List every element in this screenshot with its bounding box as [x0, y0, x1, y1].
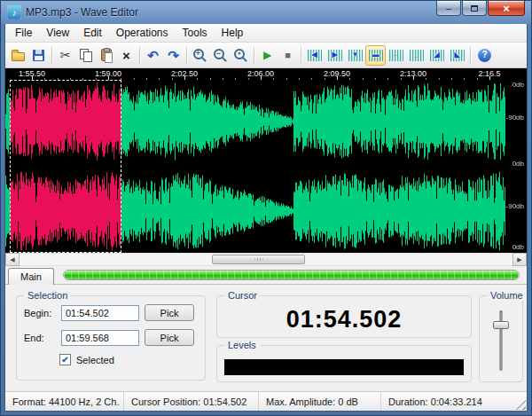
copy-icon	[80, 49, 92, 61]
selected-checkbox[interactable]: ✔	[59, 354, 71, 365]
menu-help[interactable]: Help	[215, 25, 251, 41]
timeline-ruler[interactable]: 1:55.501:59.002:02.502:06.002:09.502:13.…	[5, 68, 505, 80]
status-item: Duration: 0:04:33.214	[381, 392, 527, 411]
check-icon: ✔	[61, 355, 68, 365]
toolbar-separator	[301, 47, 301, 64]
volume-slider-track[interactable]	[500, 310, 503, 371]
menu-file[interactable]: File	[8, 25, 39, 41]
menu-view[interactable]: View	[39, 25, 76, 41]
selection-group-label: Selection	[24, 290, 71, 301]
snap-selection-left-button[interactable]: ◀	[304, 45, 325, 66]
volume-slider-thumb[interactable]	[493, 321, 509, 329]
silence-selection-icon: _	[410, 50, 424, 61]
close-button[interactable]: ×	[488, 1, 525, 16]
scroll-right-icon: ▶	[517, 256, 521, 263]
redo-icon: ↷	[168, 49, 179, 62]
end-label: End:	[24, 333, 56, 343]
fade-in-button[interactable]: ◢	[426, 45, 447, 66]
app-icon: ♪	[7, 5, 21, 20]
toolbar-separator	[51, 47, 52, 64]
progress-bar	[63, 270, 520, 280]
trim-selection-button[interactable]: ↔	[386, 45, 406, 66]
minimize-icon: –	[446, 4, 451, 13]
cut-button[interactable]: ✂	[55, 45, 75, 66]
snap-selection-right-icon: ▶	[328, 50, 342, 61]
save-button[interactable]	[28, 45, 49, 66]
close-icon: ×	[503, 2, 510, 15]
scroll-left-button[interactable]: ◀	[5, 253, 20, 266]
selection-overlay[interactable]	[10, 80, 121, 253]
help-button[interactable]: ?	[473, 45, 494, 66]
end-input[interactable]	[61, 330, 139, 346]
zoom-selection-button[interactable]: ▪	[231, 45, 251, 66]
select-view-icon: ▬	[369, 50, 383, 61]
window-controls: – ×	[436, 1, 525, 16]
stop-icon: ■	[285, 51, 291, 60]
trim-selection-icon: ↔	[389, 50, 403, 61]
selected-checkbox-label: Selected	[76, 355, 114, 365]
fade-out-button[interactable]: ◣	[447, 45, 467, 66]
paste-icon	[101, 49, 112, 61]
scroll-left-icon: ◀	[10, 256, 14, 263]
toolbar-separator	[186, 47, 187, 64]
window-title: MP3.mp3 - Wave Editor	[26, 6, 138, 19]
paste-button[interactable]	[96, 45, 116, 66]
save-icon	[33, 50, 44, 61]
begin-label: Begin:	[24, 308, 56, 318]
stop-button[interactable]: ■	[278, 45, 298, 66]
menu-edit[interactable]: Edit	[76, 25, 109, 41]
zoom-in-button[interactable]: +	[190, 45, 210, 66]
app-icon-glyph: ♪	[12, 8, 17, 18]
levels-group: Levels	[216, 345, 472, 382]
toolbar-separator	[470, 47, 471, 64]
db-label: 0db	[512, 81, 524, 89]
waveform-panel: 1:55.501:59.002:02.502:06.002:09.502:13.…	[5, 68, 527, 253]
zoom-out-icon: −	[214, 49, 224, 59]
cut-icon: ✂	[60, 49, 71, 61]
play-button[interactable]: ▶	[257, 45, 278, 66]
fade-out-icon: ◣	[450, 50, 465, 61]
help-icon: ?	[478, 49, 491, 62]
silence-selection-button[interactable]: _	[406, 45, 426, 66]
delete-icon: ×	[122, 49, 130, 62]
begin-input[interactable]	[61, 305, 139, 321]
app-window: ♪ MP3.mp3 - Wave Editor – × FileViewEdit…	[0, 0, 532, 416]
horizontal-scrollbar[interactable]: ◀ ▶	[5, 253, 527, 266]
scroll-right-button[interactable]: ▶	[512, 253, 527, 266]
scrollbar-track[interactable]	[20, 253, 512, 266]
menu-tools[interactable]: Tools	[176, 25, 215, 41]
db-scale: 0db-90db0db-90db0db	[504, 80, 527, 253]
undo-icon: ↶	[147, 49, 159, 62]
status-item: Cursor Position: 01:54.502	[124, 392, 259, 411]
menu-operations[interactable]: Operations	[109, 25, 176, 41]
status-bar: Format: 44100 Hz, 2 Ch.Cursor Position: …	[5, 391, 527, 411]
fade-in-icon: ◢	[430, 50, 444, 61]
center-on-cursor-button[interactable]: ▼	[345, 45, 365, 66]
zoom-selection-icon: ▪	[234, 49, 245, 59]
title-bar: ♪ MP3.mp3 - Wave Editor – ×	[4, 1, 528, 24]
minimize-button[interactable]: –	[436, 1, 461, 16]
cursor-group-label: Cursor	[224, 290, 261, 301]
select-view-button[interactable]: ▬	[365, 45, 386, 66]
maximize-icon	[471, 5, 478, 12]
snap-selection-left-icon: ◀	[308, 50, 322, 61]
open-button[interactable]	[8, 45, 28, 66]
end-pick-button[interactable]: Pick	[145, 329, 194, 346]
snap-selection-right-button[interactable]: ▶	[325, 45, 345, 66]
toolbar-separator	[254, 47, 254, 64]
status-item: Max. Amplitude: 0 dB	[259, 392, 381, 411]
zoom-out-button[interactable]: −	[210, 45, 231, 66]
delete-button[interactable]: ×	[116, 45, 137, 66]
control-panel: Selection Begin: Pick End: Pick ✔ Select…	[5, 285, 527, 391]
undo-button[interactable]: ↶	[143, 45, 163, 66]
tab-main[interactable]: Main	[8, 268, 54, 285]
redo-button[interactable]: ↷	[163, 45, 184, 66]
scrollbar-thumb[interactable]	[212, 255, 306, 264]
copy-button[interactable]	[75, 45, 96, 66]
status-item: Format: 44100 Hz, 2 Ch.	[5, 392, 124, 411]
levels-group-label: Levels	[224, 340, 260, 350]
begin-pick-button[interactable]: Pick	[145, 304, 194, 321]
tab-strip: Main	[5, 266, 527, 285]
db-label: 0db	[512, 243, 524, 251]
maximize-button[interactable]	[462, 1, 487, 16]
